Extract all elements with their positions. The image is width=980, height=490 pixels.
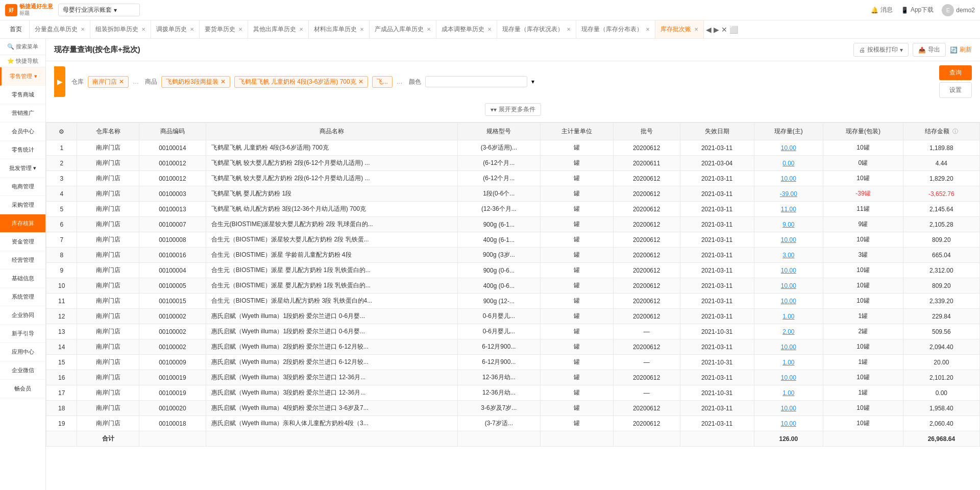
cell-qty-main[interactable]: 9.00 xyxy=(754,217,823,232)
cell-qty-main[interactable]: 0.00 xyxy=(754,156,823,171)
sidebar-item-ecommerce[interactable]: 电商管理 xyxy=(0,178,45,196)
tab-maximize-btn[interactable]: ⬜ xyxy=(729,26,738,34)
sidebar-item-newbie[interactable]: 新手引导 xyxy=(0,325,45,343)
sidebar-item-retail-mall[interactable]: 零售商城 xyxy=(0,86,45,104)
product-more[interactable]: … xyxy=(397,78,403,85)
tab-6[interactable]: 材料出库单历史✕ xyxy=(309,20,370,39)
store-selector[interactable]: 母婴行业演示账套 ▾ xyxy=(58,4,140,16)
sidebar-item-wechat[interactable]: 企业微信 xyxy=(0,361,45,380)
cell-warehouse: 南岸门店 xyxy=(77,156,139,171)
sidebar-search[interactable]: 🔍 搜索菜单 xyxy=(0,39,45,55)
toggle-filter-btn[interactable]: ▶ xyxy=(54,66,65,97)
sidebar-item-finance[interactable]: 资金管理 xyxy=(0,233,45,251)
user-avatar[interactable]: E demo2 xyxy=(942,4,975,16)
sidebar-item-retail-stats[interactable]: 零售统计 xyxy=(0,141,45,159)
cell-qty-main[interactable]: 1.00 xyxy=(754,309,823,324)
export-btn[interactable]: 📤 导出 xyxy=(913,43,946,57)
tab-close-1[interactable]: ✕ xyxy=(81,27,85,32)
tab-close-all-btn[interactable]: ✕ xyxy=(721,26,727,34)
tab-next-btn[interactable]: ▶ xyxy=(714,26,719,34)
sidebar-item-basic[interactable]: 基础信息 xyxy=(0,270,45,288)
product-tag-1[interactable]: 飞鹤奶粉3段两提装 ✕ xyxy=(161,76,230,88)
cell-no: 9 xyxy=(46,263,77,278)
tab-home[interactable]: 首页 xyxy=(3,20,30,39)
tab-close-4[interactable]: ✕ xyxy=(238,27,242,32)
cell-no: 18 xyxy=(46,401,77,416)
cell-qty-main[interactable]: 1.00 xyxy=(754,385,823,401)
tab-10[interactable]: 现存量（库存分布表）✕ xyxy=(576,20,655,39)
tab-9[interactable]: 现存量（库存状况表）✕ xyxy=(497,20,576,39)
cell-qty-main[interactable]: 3.00 xyxy=(754,248,823,263)
cell-qty-main[interactable]: 10.00 xyxy=(754,263,823,278)
sidebar-item-appcenter[interactable]: 应用中心 xyxy=(0,343,45,361)
sidebar-item-inventory[interactable]: 库存核算 xyxy=(0,214,45,233)
cell-qty-main[interactable]: 10.00 xyxy=(754,370,823,385)
tab-1[interactable]: 分量盘点单历史✕ xyxy=(30,20,90,39)
tab-close-7[interactable]: ✕ xyxy=(427,27,431,32)
cell-qty-main[interactable]: 10.00 xyxy=(754,416,823,431)
expand-filter-btn[interactable]: ▾▾ 展开更多条件 xyxy=(485,103,541,116)
tab-close-5[interactable]: ✕ xyxy=(299,27,303,32)
settings-btn[interactable]: 设置 xyxy=(939,82,972,98)
tab-close-6[interactable]: ✕ xyxy=(360,27,364,32)
sidebar-item-member[interactable]: 会员中心 xyxy=(0,122,45,141)
tab-close-11[interactable]: ✕ xyxy=(694,27,698,32)
sidebar-item-operation[interactable]: 经营管理 xyxy=(0,251,45,270)
tab-4[interactable]: 要货单历史✕ xyxy=(200,20,248,39)
product-tag-3[interactable]: 飞... xyxy=(372,76,393,88)
warehouse-tag-close[interactable]: ✕ xyxy=(119,78,124,85)
sidebar-item-member2[interactable]: 畅会员 xyxy=(0,380,45,398)
warehouse-more[interactable]: … xyxy=(133,78,139,85)
sidebar-quicknav[interactable]: ⭐ 快捷导航 xyxy=(0,55,45,67)
product-tag1-close[interactable]: ✕ xyxy=(220,78,226,85)
sidebar-item-enterprise[interactable]: 企业协同 xyxy=(0,306,45,325)
tab-7[interactable]: 产成品入库单历史✕ xyxy=(370,20,436,39)
cell-batch: 20200612 xyxy=(613,248,680,263)
sidebar-item-purchase[interactable]: 采购管理 xyxy=(0,196,45,214)
sidebar-item-marketing[interactable]: 营销推广 xyxy=(0,104,45,122)
cell-qty-main[interactable]: 10.00 xyxy=(754,278,823,293)
sidebar-item-retail-mgmt[interactable]: 零售管理 ▾ xyxy=(0,67,45,86)
cell-expire: 2021-03-11 xyxy=(680,339,754,355)
tab-8[interactable]: 成本调整单历史✕ xyxy=(436,20,497,39)
col-settings[interactable]: ⚙ xyxy=(46,123,77,140)
query-btn[interactable]: 查询 xyxy=(939,65,972,80)
cell-qty-main[interactable]: 10.00 xyxy=(754,140,823,156)
tab-prev-btn[interactable]: ◀ xyxy=(706,26,712,34)
color-dropdown-arrow[interactable]: ▾ xyxy=(531,78,534,85)
tab-5[interactable]: 其他出库单历史✕ xyxy=(248,20,309,39)
warehouse-tag[interactable]: 南岸门店 ✕ xyxy=(88,76,129,88)
cell-qty-main[interactable]: -39.00 xyxy=(754,186,823,202)
cell-qty-main[interactable]: 10.00 xyxy=(754,232,823,248)
cell-qty-main[interactable]: 10.00 xyxy=(754,401,823,416)
total-empty-2 xyxy=(139,431,206,447)
cell-qty-main[interactable]: 10.00 xyxy=(754,293,823,309)
cell-qty-main[interactable]: 10.00 xyxy=(754,339,823,355)
cell-name: 惠氏启赋（Wyeth illuma）1段奶粉 爱尔兰进口 0-6月婴... xyxy=(206,324,457,339)
app-download-btn[interactable]: 📱 App下载 xyxy=(901,6,934,14)
tab-close-9[interactable]: ✕ xyxy=(567,27,571,32)
cell-qty-main[interactable]: 2.00 xyxy=(754,324,823,339)
tab-close-8[interactable]: ✕ xyxy=(487,27,492,32)
cell-qty-pack: 10罐 xyxy=(823,401,903,416)
cell-qty-main[interactable]: 1.00 xyxy=(754,355,823,370)
message-btn[interactable]: 🔔 消息 xyxy=(871,6,893,14)
cell-qty-main[interactable]: 11.00 xyxy=(754,202,823,217)
tab-close-10[interactable]: ✕ xyxy=(646,27,650,32)
tab-close-2[interactable]: ✕ xyxy=(141,27,145,32)
refresh-btn[interactable]: 🔄 刷新 xyxy=(950,45,972,54)
tab-3[interactable]: 调拨单历史✕ xyxy=(151,20,200,39)
cell-qty-main[interactable]: 10.00 xyxy=(754,171,823,186)
table-row: 13 南岸门店 00100002 惠氏启赋（Wyeth illuma）1段奶粉 … xyxy=(46,324,980,339)
amount-info-icon[interactable]: ⓘ xyxy=(952,128,958,134)
product-tag2-close[interactable]: ✕ xyxy=(358,78,363,85)
avatar: E xyxy=(942,4,954,16)
tab-11[interactable]: 库存批次账✕ xyxy=(655,20,704,39)
tab-close-3[interactable]: ✕ xyxy=(190,27,194,32)
product-tag-2[interactable]: 飞鹤星飞帆 儿童奶粉 4段(3-6岁适用) 700克 ✕ xyxy=(234,76,368,88)
sidebar-item-system[interactable]: 系统管理 xyxy=(0,288,45,306)
template-print-btn[interactable]: 🖨 按模板打印 ▾ xyxy=(853,43,909,57)
color-input[interactable] xyxy=(425,76,527,87)
sidebar-item-wholesale[interactable]: 批发管理 ▾ xyxy=(0,159,45,178)
tab-2[interactable]: 组装拆卸单历史✕ xyxy=(90,20,151,39)
